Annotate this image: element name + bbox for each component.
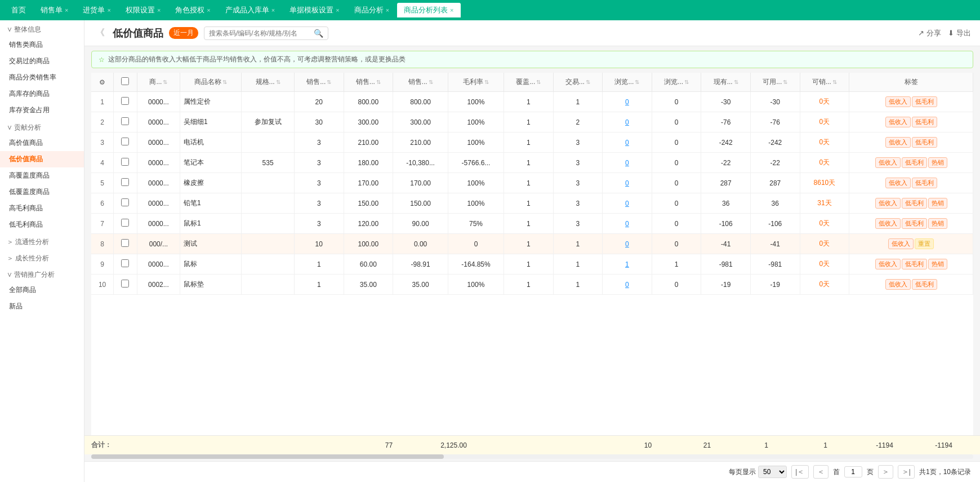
row-col8: 100% (448, 112, 504, 132)
close-icon[interactable]: × (450, 7, 453, 14)
sidebar-item-low-value[interactable]: 低价值商品 (0, 151, 84, 167)
row-name[interactable]: 笔记本 (180, 153, 242, 173)
last-page-button[interactable]: ＞| (898, 465, 915, 479)
browse-link[interactable]: 0 (625, 240, 629, 248)
sidebar-item-traded-goods[interactable]: 交易过的商品 (0, 53, 84, 69)
row-name[interactable]: 吴细细1 (180, 112, 242, 132)
export-button[interactable]: ⬇ 导出 (948, 28, 971, 38)
nav-product-analysis-list[interactable]: 商品分析列表 × (397, 3, 460, 17)
nav-product-analysis[interactable]: 商品分析 × (348, 3, 396, 17)
sidebar-item-low-coverage[interactable]: 低覆盖度商品 (0, 184, 84, 200)
browse-link[interactable]: 0 (625, 179, 629, 187)
next-page-button[interactable]: ＞ (878, 465, 893, 479)
row-checkbox[interactable] (114, 193, 137, 214)
current-page-input[interactable] (844, 466, 862, 477)
browse-link[interactable]: 0 (625, 200, 629, 207)
row-num: 1 (91, 92, 114, 112)
row-checkbox[interactable] (114, 234, 137, 254)
sidebar-item-inventory-capital[interactable]: 库存资金占用 (0, 102, 84, 118)
row-name[interactable]: 铅笔1 (180, 193, 242, 214)
row-checkbox[interactable] (114, 214, 137, 234)
row-select-checkbox[interactable] (121, 97, 129, 105)
prev-page-button[interactable]: ＜ (813, 465, 828, 479)
row-col7: 170.00 (393, 173, 448, 193)
browse-link[interactable]: 0 (625, 159, 629, 167)
close-icon[interactable]: × (65, 7, 68, 14)
nav-role-auth[interactable]: 角色授权 × (168, 3, 217, 17)
search-icon[interactable]: 🔍 (314, 29, 323, 38)
select-all-checkbox[interactable] (121, 77, 129, 85)
sidebar-group-marketing[interactable]: ∨ 营销推广分析 (0, 266, 84, 282)
nav-purchase-order[interactable]: 进货单 × (76, 3, 117, 17)
share-button[interactable]: ↗ 分享 (918, 28, 941, 38)
sidebar-item-low-profit[interactable]: 低毛利商品 (0, 216, 84, 233)
browse-link[interactable]: 0 (625, 98, 629, 106)
th-checkbox[interactable] (114, 73, 137, 92)
row-select-checkbox[interactable] (121, 219, 129, 227)
row-name[interactable]: 鼠标垫 (180, 275, 242, 295)
row-checkbox[interactable] (114, 173, 137, 193)
sidebar-item-category-sales-rate[interactable]: 商品分类销售率 (0, 69, 84, 86)
close-icon[interactable]: × (157, 7, 161, 14)
row-checkbox[interactable] (114, 112, 137, 132)
table-row: 3 0000... 电话机 3 210.00 210.00 100% 1 3 0… (91, 132, 973, 153)
row-checkbox[interactable] (114, 92, 137, 112)
row-select-checkbox[interactable] (121, 117, 129, 125)
sidebar-group-overview[interactable]: ∨ 整体信息 (0, 20, 84, 37)
row-checkbox[interactable] (114, 153, 137, 173)
sidebar-group-contribution[interactable]: ∨ 贡献分析 (0, 118, 84, 135)
row-select-checkbox[interactable] (121, 178, 129, 186)
sidebar-item-high-profit[interactable]: 高毛利商品 (0, 200, 84, 216)
th-name: 商品名称⇅ (180, 73, 242, 92)
sidebar-item-new-goods[interactable]: 新品 (0, 298, 84, 315)
browse-link[interactable]: 0 (625, 220, 629, 228)
sidebar-item-high-coverage[interactable]: 高覆盖度商品 (0, 167, 84, 184)
row-select-checkbox[interactable] (121, 198, 129, 206)
sidebar-group-circulation[interactable]: ＞ 流通性分析 (0, 233, 84, 249)
row-select-checkbox[interactable] (121, 280, 129, 288)
row-checkbox[interactable] (114, 254, 137, 275)
browse-link[interactable]: 0 (625, 139, 629, 147)
row-checkbox[interactable] (114, 132, 137, 153)
sidebar-item-all-goods[interactable]: 全部商品 (0, 282, 84, 298)
collapse-sidebar-button[interactable]: 《 (93, 26, 107, 40)
per-page-select[interactable]: 50 100 200 (758, 466, 787, 478)
row-col5: 3 (294, 153, 344, 173)
horizontal-scrollbar[interactable] (91, 454, 973, 459)
sidebar-item-high-inventory[interactable]: 高库存的商品 (0, 86, 84, 102)
sidebar-group-growth[interactable]: ＞ 成长性分析 (0, 249, 84, 266)
row-name[interactable]: 鼠标 (180, 254, 242, 275)
row-select-checkbox[interactable] (121, 259, 129, 267)
nav-sales-order[interactable]: 销售单 × (34, 3, 75, 17)
close-icon[interactable]: × (207, 7, 210, 14)
browse-link[interactable]: 1 (625, 260, 629, 268)
row-name[interactable]: 测试 (180, 234, 242, 254)
browse-link[interactable]: 0 (625, 118, 629, 126)
filter-tag[interactable]: 近一月 (169, 27, 198, 39)
nav-doc-template[interactable]: 单据模板设置 × (283, 3, 346, 17)
row-checkbox[interactable] (114, 275, 137, 295)
nav-home[interactable]: 首页 (5, 3, 33, 17)
close-icon[interactable]: × (271, 7, 275, 14)
sidebar-item-sales-goods[interactable]: 销售类商品 (0, 37, 84, 53)
row-name[interactable]: 电话机 (180, 132, 242, 153)
close-icon[interactable]: × (336, 7, 339, 14)
sidebar-item-high-value[interactable]: 高价值商品 (0, 135, 84, 151)
close-icon[interactable]: × (107, 7, 110, 14)
nav-product-inbound[interactable]: 产成品入库单 × (219, 3, 282, 17)
first-page-button[interactable]: |＜ (791, 465, 808, 479)
row-name[interactable]: 橡皮擦 (180, 173, 242, 193)
scrollbar-thumb[interactable] (91, 454, 444, 459)
search-input[interactable] (209, 29, 310, 37)
browse-link[interactable]: 0 (625, 281, 629, 289)
row-name[interactable]: 鼠标1 (180, 214, 242, 234)
row-select-checkbox[interactable] (121, 158, 129, 166)
nav-permission[interactable]: 权限设置 × (119, 3, 167, 17)
row-select-checkbox[interactable] (121, 138, 129, 145)
row-name[interactable]: 属性定价 (180, 92, 242, 112)
th-settings[interactable]: ⚙ (91, 73, 114, 92)
row-select-checkbox[interactable] (121, 239, 129, 247)
row-col9: 1 (504, 234, 553, 254)
close-icon[interactable]: × (386, 7, 389, 14)
tag-badge: 低收入 (875, 157, 901, 168)
